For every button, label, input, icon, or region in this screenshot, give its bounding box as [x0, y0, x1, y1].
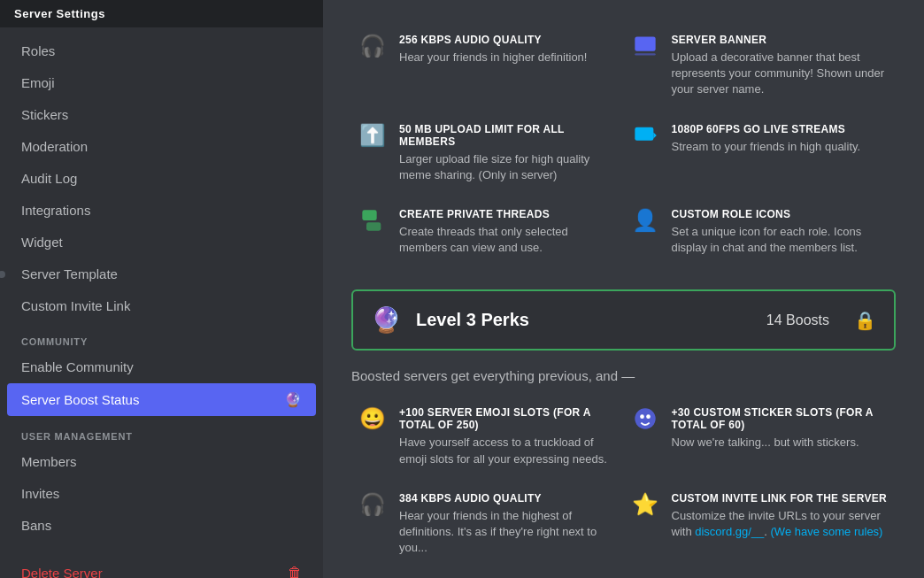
user-management-section-label: USER MANAGEMENT — [0, 417, 323, 445]
perk-private-threads: CREATE PRIVATE THREADS Create threads th… — [351, 196, 624, 268]
sidebar-item-stickers[interactable]: Stickers — [7, 99, 316, 130]
sidebar-item-bans[interactable]: Bans — [7, 510, 316, 541]
sidebar-item-members[interactable]: Members — [7, 446, 316, 477]
main-content: 🎧 256 KBPS AUDIO QUALITY Hear your frien… — [323, 0, 924, 578]
sidebar-item-widget[interactable]: Widget — [7, 227, 316, 258]
sidebar: Server Settings Roles Emoji Stickers Mod… — [0, 0, 323, 578]
level3-title: Level 3 Perks — [416, 310, 752, 330]
headphone-icon: 🎧 — [358, 34, 387, 58]
rules-link[interactable]: (We have some rules) — [771, 525, 883, 538]
bottom-perks-grid: 😀 +100 SERVER EMOJI SLOTS (FOR A TOTAL O… — [351, 394, 896, 578]
boosted-intro-text: Boosted servers get everything previous,… — [351, 368, 896, 383]
sidebar-item-roles[interactable]: Roles — [7, 35, 316, 66]
perk-audio-quality: 🎧 256 KBPS AUDIO QUALITY Hear your frien… — [351, 21, 624, 111]
svg-point-7 — [646, 415, 651, 420]
sidebar-item-enable-community[interactable]: Enable Community — [7, 351, 316, 382]
svg-rect-0 — [635, 37, 655, 51]
level3-perks-box: 🔮 Level 3 Perks 14 Boosts 🔒 — [351, 289, 896, 351]
lock-icon: 🔒 — [854, 310, 876, 331]
role-icon: 👤 — [631, 208, 659, 233]
boost-icon: 🔮 — [284, 391, 302, 408]
perk-go-live: 1080P 60FPS GO LIVE STREAMS Stream to yo… — [624, 111, 897, 196]
perk-sticker-slots: +30 CUSTOM STICKER SLOTS (FOR A TOTAL OF… — [624, 394, 897, 479]
svg-rect-4 — [366, 222, 381, 230]
sidebar-item-invites[interactable]: Invites — [7, 478, 316, 509]
svg-point-5 — [635, 409, 655, 429]
perk-upload-limit: ⬆️ 50 MB UPLOAD LIMIT FOR ALL MEMBERS La… — [351, 111, 624, 196]
sidebar-item-custom-invite-link[interactable]: Custom Invite Link — [7, 290, 316, 321]
perk-server-banner: SERVER BANNER Upload a decorative banner… — [624, 21, 897, 111]
star-icon: ⭐ — [631, 492, 659, 517]
stream-icon — [631, 123, 659, 153]
svg-rect-1 — [635, 53, 655, 55]
trash-icon: 🗑 — [288, 565, 302, 578]
banner-icon — [631, 34, 659, 64]
sidebar-item-emoji[interactable]: Emoji — [7, 67, 316, 98]
sticker-icon — [631, 406, 659, 436]
perk-animated-banner: GIF ANIMATED SERVER BANNER Gives the opt… — [624, 568, 897, 578]
sidebar-item-moderation[interactable]: Moderation — [7, 131, 316, 162]
level3-icon: 🔮 — [371, 305, 402, 335]
headphone-384-icon: 🎧 — [358, 492, 387, 517]
sidebar-header: Server Settings — [0, 0, 323, 27]
upload-icon: ⬆️ — [358, 123, 387, 148]
svg-point-6 — [640, 415, 644, 420]
perk-audio-quality-384: 🎧 384 KBPS AUDIO QUALITY Hear your frien… — [351, 480, 624, 569]
sidebar-item-server-template[interactable]: Server Template — [7, 258, 316, 289]
top-perks-grid: 🎧 256 KBPS AUDIO QUALITY Hear your frien… — [351, 21, 896, 268]
perk-emoji-slots: 😀 +100 SERVER EMOJI SLOTS (FOR A TOTAL O… — [351, 394, 624, 479]
sidebar-item-delete-server[interactable]: Delete Server 🗑 — [7, 557, 316, 578]
emoji-icon: 😀 — [358, 406, 387, 431]
perk-role-icons: 👤 CUSTOM ROLE ICONS Set a unique icon fo… — [624, 196, 897, 268]
svg-rect-2 — [635, 127, 653, 140]
perk-custom-invite: ⭐ CUSTOM INVITE LINK FOR THE SERVER Cust… — [624, 480, 897, 569]
svg-rect-3 — [362, 210, 376, 220]
perk-upload-100mb: ⬆️ 100 MB UPLOAD LIMIT FOR ALL MEMBERS T… — [351, 568, 624, 578]
community-section-label: COMMUNITY — [0, 322, 323, 351]
sidebar-item-integrations[interactable]: Integrations — [7, 195, 316, 226]
level3-boosts: 14 Boosts — [766, 312, 829, 328]
sidebar-item-audit-log[interactable]: Audit Log — [7, 163, 316, 194]
thread-icon — [358, 208, 387, 238]
sidebar-item-server-boost-status[interactable]: Server Boost Status 🔮 — [7, 383, 316, 416]
